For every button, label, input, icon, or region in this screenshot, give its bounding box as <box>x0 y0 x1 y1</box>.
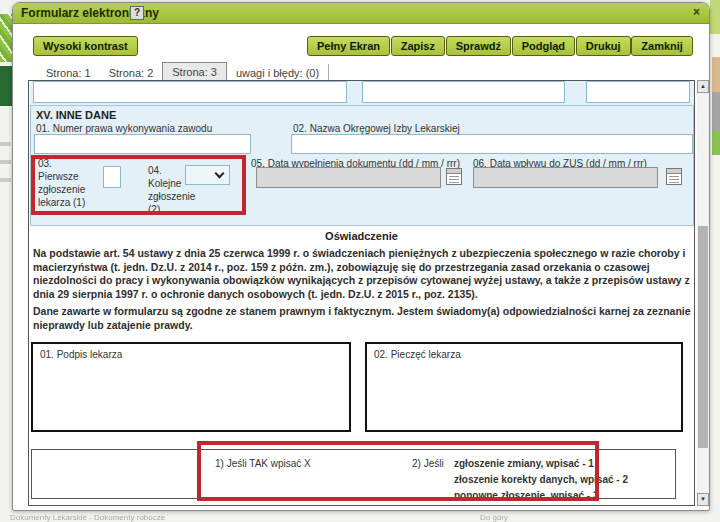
scroll-up-icon[interactable]: ▲ <box>697 80 709 93</box>
declaration-paragraph-2: Dane zawarte w formularzu są zgodne ze s… <box>33 305 692 332</box>
partial-input-3[interactable] <box>586 81 690 103</box>
field02-label: 02. Nazwa Okręgowej Izby Lekarskiej <box>293 123 460 134</box>
tab-bar: Strona: 1 Strona: 2 Strona: 3 uwagi i bł… <box>37 62 329 81</box>
tab-strona-2[interactable]: Strona: 2 <box>100 64 163 81</box>
preview-button[interactable]: Podgląd <box>512 36 575 56</box>
previous-section-partial <box>30 81 694 105</box>
scrollbar[interactable]: ▲ ▼ <box>697 80 709 506</box>
form-dialog: Formularz elektroniczny ? × Wysoki kontr… <box>12 2 710 511</box>
stamp-box: 02. Pieczęć lekarza <box>365 342 683 432</box>
dialog-titlebar: Formularz elektroniczny ? × <box>13 3 709 24</box>
partial-input-1[interactable] <box>33 81 347 103</box>
save-button[interactable]: Zapisz <box>391 36 445 56</box>
tab-uwagi-bledy[interactable]: uwagi i błędy: (0) <box>227 64 329 81</box>
field01-input[interactable] <box>34 134 251 154</box>
background-fragment <box>712 92 720 132</box>
calendar-icon[interactable] <box>446 168 462 185</box>
section-xv-inne-dane: XV. INNE DANE 01. Numer prawa wykonywani… <box>30 105 694 226</box>
fullscreen-button[interactable]: Pełny Ekran <box>307 36 390 56</box>
background-text-fragment <box>0 178 11 182</box>
close-button[interactable]: Zamknij <box>631 36 693 56</box>
scrollbar-thumb[interactable] <box>698 226 708 448</box>
background-nav-fragment <box>0 66 12 106</box>
calendar-icon[interactable] <box>666 168 682 185</box>
scroll-down-icon[interactable]: ▼ <box>697 493 709 506</box>
background-fragment <box>710 0 720 34</box>
print-button[interactable]: Drukuj <box>576 36 631 56</box>
declaration-title: Oświadczenie <box>29 230 694 242</box>
signature-box-label: 01. Podpis lekarza <box>40 349 122 360</box>
tab-strona-3[interactable]: Strona: 3 <box>162 62 227 81</box>
partial-input-2[interactable] <box>362 81 565 103</box>
help-icon[interactable]: ? <box>130 6 144 20</box>
stamp-box-label: 02. Pieczęć lekarza <box>374 349 461 360</box>
toolbar: Pełny Ekran Zapisz Sprawdź Podgląd Druku… <box>307 36 693 56</box>
highlight-box-footnotes <box>197 441 599 501</box>
tab-strona-1[interactable]: Strona: 1 <box>37 64 100 81</box>
high-contrast-button[interactable]: Wysoki kontrast <box>33 36 138 56</box>
close-icon[interactable]: × <box>693 5 700 19</box>
declaration-paragraph-1: Na podstawie art. 54 ustawy z dnia 25 cz… <box>33 247 692 301</box>
signature-box: 01. Podpis lekarza <box>31 342 351 432</box>
highlight-box-fields-03-04 <box>31 155 246 215</box>
validate-button[interactable]: Sprawdź <box>446 36 511 56</box>
field01-label: 01. Numer prawa wykonywania zawodu <box>36 123 212 134</box>
background-link: Do góry <box>480 513 508 522</box>
field02-input[interactable] <box>291 134 693 154</box>
background-fragment <box>712 57 720 92</box>
form-content: XV. INNE DANE 01. Numer prawa wykonywani… <box>28 80 695 506</box>
background-text-fragment <box>0 142 11 146</box>
background-text-fragment <box>0 160 11 164</box>
background-breadcrumb: Dokumenty Lekarskie - Dokumenty robocze <box>10 513 165 522</box>
section-title: XV. INNE DANE <box>36 109 116 121</box>
field05-date-input[interactable] <box>256 167 441 188</box>
field06-date-input[interactable] <box>473 167 658 188</box>
background-fragment <box>712 131 720 155</box>
